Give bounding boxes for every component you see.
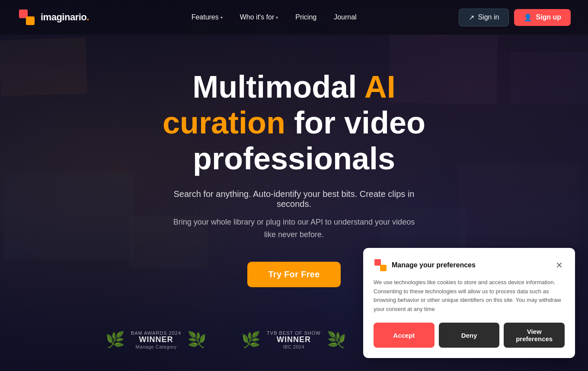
user-plus-icon: 👤 [524,13,532,22]
award-type-2: WINNER [267,336,321,344]
signin-label: Sign in [478,13,499,21]
who-chevron-icon: ▾ [276,15,278,20]
nav-journal[interactable]: Journal [327,10,363,25]
award-item-2: 🌿 TVB Best of Show WINNER IBC 2024 🌿 [241,330,346,349]
award-content-2: TVB Best of Show WINNER IBC 2024 [264,330,323,349]
cookie-consent-dialog: Manage your preferences ✕ We use technol… [363,248,575,358]
nav-features[interactable]: Features ▾ [185,10,230,25]
signup-button[interactable]: 👤 Sign up [514,9,571,26]
close-icon: ✕ [556,260,563,270]
headline-part2: curation [163,105,285,140]
award-item-1: 🌿 BaM Awards 2024 WINNER Manage Category… [105,330,207,349]
cookie-close-button[interactable]: ✕ [554,259,565,271]
cookie-title: Manage your preferences [392,261,476,269]
cookie-logo-svg [374,258,387,272]
nav-links: Features ▾ Who it's for ▾ Pricing Journa… [185,10,364,25]
logo-text: imaginario. [41,12,89,23]
nav-features-label: Features [192,13,219,21]
award-event-2: IBC 2024 [267,344,321,349]
nav-pricing-label: Pricing [295,13,316,21]
hero-subtext2: Bring your whole library or plug into ou… [169,216,419,241]
award-wreath-1: 🌿 BaM Awards 2024 WINNER Manage Category… [105,330,207,349]
wreath-left-icon: 🌿 [105,332,125,348]
cookie-header: Manage your preferences ✕ [374,258,565,272]
cookie-brand: Manage your preferences [374,258,476,272]
wreath-right-icon: 🌿 [187,332,207,348]
nav-who-its-for[interactable]: Who it's for ▾ [233,10,285,25]
cookie-deny-button[interactable]: Deny [439,323,500,348]
svg-rect-1 [26,16,35,25]
nav-who-label: Who it's for [240,13,275,21]
try-for-free-button[interactable]: Try For Free [247,262,340,287]
wreath-left-icon-2: 🌿 [241,332,261,348]
logo[interactable]: imaginario. [17,8,89,27]
nav-pricing[interactable]: Pricing [288,10,323,25]
cookie-buttons: Accept Deny View preferences [374,323,565,348]
logo-dot: . [86,12,89,22]
svg-rect-3 [380,265,387,271]
award-wreath-2: 🌿 TVB Best of Show WINNER IBC 2024 🌿 [241,330,346,349]
nav-journal-label: Journal [334,13,356,21]
headline-ai: AI [364,70,396,104]
nav-actions: ↗ Sign in 👤 Sign up [459,9,571,26]
cookie-body-text: We use technologies like cookies to stor… [374,278,565,314]
award-type-1: WINNER [131,336,181,344]
signin-button[interactable]: ↗ Sign in [459,9,509,26]
wreath-right-icon-2: 🌿 [327,332,346,348]
svg-rect-2 [374,259,381,266]
cookie-logo-icon [374,258,387,272]
cookie-view-preferences-button[interactable]: View preferences [504,323,565,348]
hero-subtext1: Search for anything. Auto-identify your … [164,189,424,209]
hero-headline: Multimodal AI curation for video profess… [108,69,480,176]
navigation: imaginario. Features ▾ Who it's for ▾ Pr… [0,0,588,35]
logo-svg [17,8,36,27]
external-link-icon: ↗ [469,13,474,22]
headline-part1: Multimodal [192,70,364,104]
award-event-1: Manage Category [131,344,181,349]
cookie-accept-button[interactable]: Accept [374,323,435,348]
logo-icon [17,8,36,27]
signup-label: Sign up [536,13,561,21]
award-content-1: BaM Awards 2024 WINNER Manage Category [128,330,184,349]
features-chevron-icon: ▾ [220,15,223,20]
